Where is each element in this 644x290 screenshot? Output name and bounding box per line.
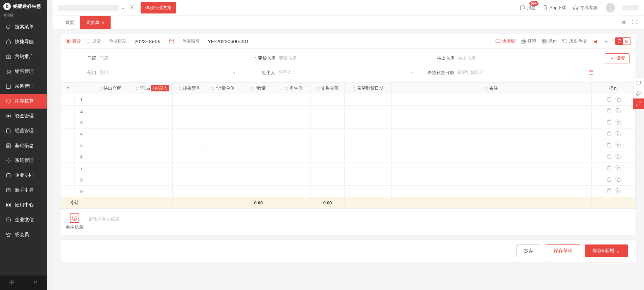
delete-row-button[interactable] (607, 142, 612, 149)
table-row[interactable]: 1 (61, 94, 636, 106)
delete-row-button[interactable] (607, 108, 612, 114)
sidebar-item-12[interactable]: 应用中心 (0, 198, 47, 212)
sidebar-item-11[interactable]: 新手引导 (0, 183, 47, 198)
th-amount[interactable]: ▲▼零售金额 (311, 83, 345, 94)
table-row[interactable]: 2 (61, 106, 636, 117)
experience-button[interactable]: 体验行业方案 (141, 2, 176, 13)
delete-row-button[interactable] (607, 154, 612, 160)
copy-row-button[interactable] (615, 96, 621, 103)
company-selector[interactable]: ⌄ (58, 5, 125, 11)
close-tab-button[interactable]: ✕ (621, 19, 626, 26)
delete-row-button[interactable] (607, 165, 612, 172)
float-tool-notes[interactable] (633, 78, 644, 88)
app-download-link[interactable]: App下载 (543, 5, 566, 11)
out-wh-input[interactable]: 待出仓库 ⋯ (458, 54, 595, 63)
save-add-button[interactable]: 保存&新增 ⌄ (585, 244, 628, 257)
handler-input[interactable]: 经手人 ⋯ (279, 68, 415, 77)
sidebar-item-2[interactable]: 营销推广 (0, 49, 47, 64)
sidebar-item-13[interactable]: 企业微信 (0, 212, 47, 227)
table-row[interactable]: 8 (61, 174, 636, 186)
store-input[interactable]: 门店 ⋯ (99, 54, 236, 63)
table-row[interactable]: 3 (61, 117, 636, 128)
float-tool-expand[interactable] (633, 98, 644, 109)
th-product[interactable]: ▲▼*商品扫码录入 (132, 83, 173, 94)
copy-row-button[interactable] (615, 142, 621, 149)
history-button[interactable]: 历史单据 (562, 38, 587, 44)
sidebar-item-6[interactable]: 资金管理 (0, 109, 47, 123)
expect-date-input[interactable]: 希望到货日期 (457, 68, 594, 77)
more-icon[interactable]: ⋯ (590, 55, 595, 60)
calendar-icon[interactable] (169, 38, 174, 45)
form-settings-button[interactable]: 设置 (605, 53, 630, 63)
sidebar-item-4[interactable]: 采购管理 (0, 79, 47, 94)
radio-request[interactable]: 要货 (66, 38, 81, 44)
float-tool-attachment[interactable] (633, 88, 644, 99)
table-row[interactable]: 9 (61, 186, 636, 197)
sidebar-item-14[interactable]: 畅会员 (0, 227, 47, 242)
sidebar-item-5[interactable]: 库存核算 (0, 94, 47, 109)
fullscreen-button[interactable] (632, 19, 637, 26)
delete-row-button[interactable] (607, 119, 612, 126)
next-doc-button[interactable]: ▶ (604, 39, 610, 44)
more-icon[interactable]: ⋯ (411, 55, 415, 60)
sidebar-item-1[interactable]: 快捷导航 (0, 34, 47, 49)
th-gear[interactable] (61, 83, 75, 94)
dept-input[interactable]: 部门 ⌄ (99, 68, 236, 77)
collapse-button[interactable] (24, 276, 47, 290)
delete-row-button[interactable] (607, 188, 612, 195)
sidebar-item-0[interactable]: 搜索菜单 (0, 20, 47, 34)
prev-doc-button[interactable]: ◀ (592, 39, 598, 44)
th-qty[interactable]: ▲▼*数量 (240, 83, 277, 94)
copy-row-button[interactable] (615, 131, 621, 137)
th-price[interactable]: ▲▼零售价 (277, 83, 311, 94)
radio-return[interactable]: 退货 (86, 38, 101, 44)
copy-row-button[interactable] (615, 188, 621, 195)
th-out-wh[interactable]: ▲▼待出仓库 (88, 83, 132, 94)
copy-row-button[interactable] (615, 154, 621, 160)
copy-row-button[interactable] (615, 165, 621, 172)
save-draft-button[interactable]: 保存草稿 (546, 244, 580, 257)
header-settings-button[interactable] (129, 4, 135, 11)
view-list-button[interactable]: ☰ (615, 38, 623, 45)
doc-date-value[interactable]: 2023-06-06 (135, 38, 160, 44)
delete-row-button[interactable] (607, 131, 612, 137)
calendar-icon[interactable] (588, 69, 594, 76)
more-icon[interactable]: ⋯ (232, 55, 236, 60)
operations-button[interactable]: 操作 (541, 38, 557, 44)
abandon-button[interactable]: 放弃 (516, 244, 541, 257)
copy-row-button[interactable] (615, 177, 621, 183)
copy-row-button[interactable] (615, 108, 621, 114)
table-row[interactable]: 5 (61, 140, 636, 151)
copy-row-button[interactable] (615, 119, 621, 126)
th-remark[interactable]: ▲▼备注 (392, 83, 592, 94)
shortcut-button[interactable]: 快捷键 (495, 38, 515, 44)
sidebar-item-8[interactable]: 基础信息 (0, 138, 47, 153)
th-unit[interactable]: ▲▼*计量单位 (206, 83, 240, 94)
more-icon[interactable]: ⋯ (410, 69, 415, 75)
sidebar-item-9[interactable]: 系统管理 (0, 153, 47, 168)
th-expect-date[interactable]: ▲▼希望到货日期 (345, 83, 392, 94)
online-service-link[interactable]: 在线客服 (573, 5, 597, 11)
sidebar-item-3[interactable]: 销售管理 (0, 64, 47, 79)
view-grid-button[interactable]: ⊞ (623, 38, 631, 45)
table-row[interactable]: 6 (61, 151, 636, 163)
table-row[interactable]: 4 (61, 128, 636, 140)
sidebar-item-10[interactable]: 企业协同 (0, 168, 47, 183)
th-spec[interactable]: ▲▼规格型号 (173, 83, 206, 94)
avatar[interactable] (606, 3, 615, 12)
remarks-input[interactable]: 请输入备注信息 (89, 213, 631, 225)
tab-0[interactable]: 首页 (59, 16, 80, 29)
request-wh-input[interactable]: 要货仓库 ⋯ (279, 54, 416, 63)
messages-link[interactable]: 消息 99+ (520, 5, 536, 11)
delete-row-button[interactable] (607, 177, 612, 183)
delete-row-button[interactable] (607, 96, 612, 103)
scan-tag[interactable]: 扫码录入 (151, 85, 169, 91)
chevron-down-icon[interactable]: ⌄ (232, 69, 236, 75)
sidebar-item-7[interactable]: 经营管理 (0, 123, 47, 138)
sidebar-scrollbar[interactable] (47, 0, 53, 290)
tab-1[interactable]: 要货单✕ (80, 16, 111, 29)
print-button[interactable]: 打印 (521, 38, 536, 44)
settings-gear-button[interactable] (0, 276, 24, 290)
tab-close-icon[interactable]: ✕ (101, 21, 105, 25)
table-row[interactable]: 7 (61, 163, 636, 174)
